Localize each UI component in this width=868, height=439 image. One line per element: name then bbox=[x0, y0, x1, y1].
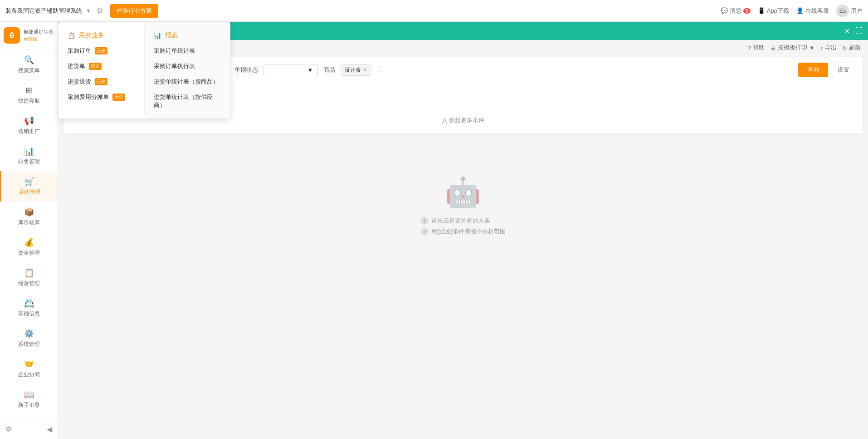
system-title: 装备及固定资产辅助管理系统 bbox=[5, 7, 82, 15]
industry-btn[interactable]: 体验行业方案 bbox=[110, 4, 158, 18]
operations-icon: 📋 bbox=[24, 268, 34, 278]
hint-item-1: 1 请先选择要分析的方案 bbox=[420, 217, 505, 225]
sidebar-item-sales[interactable]: 📊 销售管理 bbox=[0, 141, 58, 171]
help-btn[interactable]: ? 帮助 bbox=[747, 44, 764, 52]
system-icon: ⚙️ bbox=[24, 329, 34, 339]
sidebar-item-inventory[interactable]: 📦 库存核算 bbox=[0, 202, 58, 232]
sidebar-label-guide: 新手引导 bbox=[18, 401, 40, 409]
dropdown-item-cost-alloc[interactable]: 采购费用分摊单 历史 bbox=[59, 89, 144, 105]
online-service-label: 在线客服 bbox=[805, 7, 829, 15]
grid-icon: ⊞ bbox=[25, 85, 32, 95]
sidebar-label-inventory: 库存核算 bbox=[18, 219, 40, 227]
cost-alloc-label: 采购费用分摊单 bbox=[68, 93, 109, 101]
sidebar-nav: 🔍 搜索菜单 ⊞ 快捷导航 📢 营销推广 📊 销售管理 🛒 采购管理 bbox=[0, 49, 58, 419]
sidebar-settings-btn[interactable]: ⚙ bbox=[5, 425, 12, 434]
sidebar-item-basic-info[interactable]: 📇 基础信息 bbox=[0, 293, 58, 323]
sidebar-item-operations[interactable]: 📋 经营管理 bbox=[0, 262, 58, 293]
export-icon: ↑ bbox=[820, 44, 824, 51]
goods-tag[interactable]: 设计素 ✕ bbox=[341, 64, 371, 76]
refresh-icon: ↻ bbox=[842, 44, 847, 51]
cost-alloc-hist: 历史 bbox=[112, 94, 125, 101]
filter-actions: 查询 设置 bbox=[798, 63, 855, 77]
sidebar-item-marketing[interactable]: 📢 营销推广 bbox=[0, 110, 58, 141]
report-header-icon: 📊 bbox=[154, 32, 161, 39]
settings-icon[interactable]: ⚙ bbox=[97, 6, 103, 15]
sidebar-item-finance[interactable]: 💰 资金管理 bbox=[0, 232, 58, 262]
sidebar-item-purchase[interactable]: 🛒 采购管理 bbox=[0, 171, 58, 202]
purchase-col-header: 📋 采购业务 bbox=[59, 28, 144, 43]
top-bar: 装备及固定资产辅助管理系统 ▼ ⚙ 体验行业方案 💬 消息 9 📱 App下载 … bbox=[0, 0, 868, 22]
hint-num-1: 1 bbox=[420, 217, 429, 225]
logo-name: 畅捷通好生意 bbox=[24, 29, 54, 35]
service-icon: 👤 bbox=[796, 7, 804, 14]
top-bar-right: 💬 消息 9 📱 App下载 👤 在线客服 Ea 用户 bbox=[721, 5, 863, 17]
sidebar-label-enterprise: 企业协同 bbox=[18, 371, 40, 379]
sidebar-label-finance: 资金管理 bbox=[18, 249, 40, 257]
messages-badge: 9 bbox=[743, 8, 751, 14]
sidebar-item-quick-nav[interactable]: ⊞ 快捷导航 bbox=[0, 80, 58, 110]
goods-tag-value: 设计素 bbox=[345, 66, 361, 74]
guide-icon: 📖 bbox=[24, 390, 34, 400]
goods-more[interactable]: ... bbox=[377, 67, 382, 74]
sidebar-bottom: ⚙ ◀ bbox=[0, 419, 58, 439]
system-dropdown-icon[interactable]: ▼ bbox=[86, 8, 91, 14]
help-label: 帮助 bbox=[753, 44, 765, 52]
dropdown-item-order-stats[interactable]: 采购订单统计表 bbox=[145, 43, 230, 59]
inbound-hist: 历史 bbox=[89, 63, 102, 70]
goods-tag-close[interactable]: ✕ bbox=[363, 67, 367, 73]
print-label: 按模板打印 bbox=[778, 44, 807, 52]
hint-text-1: 请先选择要分析的方案 bbox=[431, 217, 490, 225]
collapse-up-icon: ⋀ bbox=[442, 117, 447, 124]
inventory-icon: 📦 bbox=[24, 207, 34, 217]
sidebar-label-marketing: 营销推广 bbox=[18, 128, 40, 135]
inbound-stats-supplier-label: 进货单统计表（按供应商） bbox=[154, 93, 221, 109]
sidebar-item-search[interactable]: 🔍 搜索菜单 bbox=[0, 49, 58, 80]
purchase-order-label: 采购订单 bbox=[68, 47, 91, 55]
sidebar-item-guide[interactable]: 📖 新手引导 bbox=[0, 384, 58, 414]
marketing-icon: 📢 bbox=[24, 116, 34, 126]
print-btn[interactable]: 🖨 按模板打印 ▼ bbox=[770, 44, 815, 52]
hint-num-2: 2 bbox=[420, 227, 429, 236]
return-label: 进货退货 bbox=[68, 78, 91, 86]
dropdown-item-inbound-stats-supplier[interactable]: 进货单统计表（按供应商） bbox=[145, 89, 230, 113]
sidebar-label-operations: 经营管理 bbox=[18, 280, 40, 287]
export-label: 导出 bbox=[825, 44, 837, 52]
sales-icon: 📊 bbox=[24, 146, 34, 156]
help-icon: ? bbox=[747, 44, 751, 51]
sidebar-logo: 6 畅捷通好生意 标准版 bbox=[0, 22, 58, 49]
tab-restore-icon[interactable]: ⛶ bbox=[855, 27, 863, 35]
report-col: 📊 报表 采购订单统计表 采购订单执行表 进货单统计表（按商品） 进货单统计表（… bbox=[145, 22, 230, 118]
refresh-btn[interactable]: ↻ 刷新 bbox=[842, 44, 861, 52]
sidebar: 6 畅捷通好生意 标准版 🔍 搜索菜单 ⊞ 快捷导航 📢 bbox=[0, 22, 58, 439]
tab-close-all-icon[interactable]: ✕ bbox=[844, 27, 850, 35]
export-btn[interactable]: ↑ 导出 bbox=[820, 44, 837, 52]
tabs-bar-actions: ✕ ⛶ bbox=[844, 27, 868, 35]
purchase-order-hist: 历史 bbox=[95, 47, 107, 54]
sidebar-item-enterprise[interactable]: 🤝 企业协同 bbox=[0, 354, 58, 384]
dropdown-item-purchase-order[interactable]: 采购订单 历史 bbox=[59, 43, 144, 59]
messages-btn[interactable]: 💬 消息 9 bbox=[721, 7, 751, 15]
sidebar-item-system[interactable]: ⚙️ 系统管理 bbox=[0, 323, 58, 354]
top-bar-left: 装备及固定资产辅助管理系统 ▼ ⚙ 体验行业方案 bbox=[5, 4, 158, 18]
message-icon: 💬 bbox=[721, 7, 728, 14]
search-icon: 🔍 bbox=[24, 55, 34, 65]
user-menu[interactable]: Ea 用户 bbox=[836, 5, 863, 17]
report-header-title: 报表 bbox=[165, 31, 178, 39]
online-service-btn[interactable]: 👤 在线客服 bbox=[796, 7, 829, 15]
purchase-header-title: 采购业务 bbox=[79, 31, 104, 39]
dropdown-item-return[interactable]: 进货退货 历史 bbox=[59, 74, 144, 89]
sidebar-label-quick-nav: 快捷导航 bbox=[18, 97, 40, 105]
doc-status-select[interactable]: ▼ bbox=[263, 64, 318, 76]
dropdown-item-order-exec[interactable]: 采购订单执行表 bbox=[145, 59, 230, 74]
sidebar-collapse-btn[interactable]: ◀ bbox=[47, 425, 52, 434]
print-dropdown-icon: ▼ bbox=[809, 44, 815, 51]
purchase-icon: 🛒 bbox=[24, 177, 34, 187]
report-col-header: 📊 报表 bbox=[145, 28, 230, 43]
dropdown-item-inbound-stats-goods[interactable]: 进货单统计表（按商品） bbox=[145, 74, 230, 89]
phone-icon: 📱 bbox=[758, 7, 765, 14]
dropdown-item-inbound[interactable]: 进货单 历史 bbox=[59, 59, 144, 74]
query-btn[interactable]: 查询 bbox=[798, 63, 828, 77]
sidebar-label-search: 搜索菜单 bbox=[18, 67, 40, 74]
setting-btn[interactable]: 设置 bbox=[832, 63, 855, 77]
app-download-btn[interactable]: 📱 App下载 bbox=[758, 7, 789, 15]
